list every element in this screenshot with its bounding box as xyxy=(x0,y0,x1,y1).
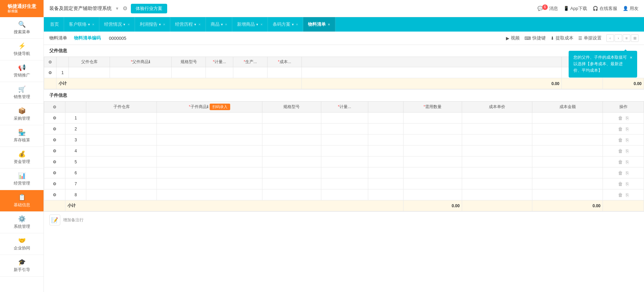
child-row-unit-price[interactable] xyxy=(462,135,532,145)
child-row-unit[interactable] xyxy=(321,135,368,145)
copy-icon[interactable]: ⎘ xyxy=(626,126,629,132)
nav-close-button[interactable]: ⊞ xyxy=(631,34,639,42)
sidebar-item-finance[interactable]: 💰 资金管理 xyxy=(0,147,44,168)
sidebar-item-inventory[interactable]: 🏪 库存核算 xyxy=(0,125,44,147)
sidebar-item-quick-nav[interactable]: ⚡ 快捷导航 xyxy=(0,39,44,60)
delete-icon[interactable]: 🗑 xyxy=(618,137,623,143)
sidebar-item-guide[interactable]: 🎓 新手引导 xyxy=(0,255,44,277)
tab-close-icon[interactable]: × xyxy=(92,22,94,26)
parent-row-unit[interactable] xyxy=(206,67,233,78)
tab-close-icon[interactable]: × xyxy=(163,22,165,26)
parent-row-cost[interactable] xyxy=(268,67,302,78)
tab-customer[interactable]: 客户联络 ▾ × xyxy=(64,17,99,32)
single-settings-button[interactable]: ☰ 单据设置 xyxy=(578,35,602,41)
parent-row-spec[interactable] xyxy=(172,67,206,78)
child-row-unit-price[interactable] xyxy=(462,156,532,167)
tab-close-icon[interactable]: × xyxy=(260,22,262,26)
child-row-qty[interactable] xyxy=(403,167,462,178)
tab-new-product[interactable]: 新增商品 ▾ × xyxy=(232,17,268,32)
user-button[interactable]: 👤 用友 xyxy=(623,5,639,12)
copy-icon[interactable]: ⎘ xyxy=(626,137,629,143)
breadcrumb-bom[interactable]: 物料清单 xyxy=(49,35,67,41)
child-row-spec[interactable] xyxy=(262,145,321,156)
system-dropdown-icon[interactable]: ▼ xyxy=(115,6,119,11)
hotkey-button[interactable]: ⌨ 快捷键 xyxy=(524,35,546,41)
child-row-product[interactable] xyxy=(157,167,262,178)
child-row-unit[interactable] xyxy=(321,156,368,167)
sidebar-item-basic-info[interactable]: 📋 基础信息 xyxy=(0,190,44,212)
copy-icon[interactable]: ⎘ xyxy=(626,148,629,154)
video-button[interactable]: ▶ 视频 xyxy=(506,35,520,41)
parent-row-produce[interactable] xyxy=(233,67,268,78)
child-row-spec[interactable] xyxy=(262,124,321,135)
child-row-product[interactable] xyxy=(157,135,262,145)
child-row-spec[interactable] xyxy=(262,167,321,178)
tab-profit[interactable]: 利润报告 ▾ × xyxy=(135,17,170,32)
settings-icon[interactable]: ⚙ xyxy=(123,5,127,12)
nav-next-button[interactable]: › xyxy=(615,34,622,42)
child-row-product[interactable] xyxy=(157,189,262,200)
tab-bom[interactable]: 物料清单 × xyxy=(303,17,335,32)
child-row-qty[interactable] xyxy=(403,124,462,135)
child-row-qty[interactable] xyxy=(403,145,462,156)
child-row-unit[interactable] xyxy=(321,113,368,124)
delete-icon[interactable]: 🗑 xyxy=(618,159,623,165)
child-row-unit[interactable] xyxy=(321,189,368,200)
delete-icon[interactable]: 🗑 xyxy=(618,126,623,132)
child-row-qty[interactable] xyxy=(403,189,462,200)
tooltip-close-icon[interactable]: × xyxy=(630,54,632,61)
delete-icon[interactable]: 🗑 xyxy=(618,192,623,198)
child-row-warehouse[interactable] xyxy=(86,178,157,189)
nav-menu-button[interactable]: ≡ xyxy=(623,34,630,42)
message-button[interactable]: 💬 6 消息 xyxy=(537,5,558,12)
child-row-product[interactable] xyxy=(157,178,262,189)
child-row-product[interactable] xyxy=(157,113,262,124)
sidebar-item-marketing[interactable]: 📢 营销推广 xyxy=(0,60,44,82)
app-download-button[interactable]: 📱 App下载 xyxy=(564,5,587,12)
delete-icon[interactable]: 🗑 xyxy=(618,181,623,187)
child-row-warehouse[interactable] xyxy=(86,189,157,200)
delete-icon[interactable]: 🗑 xyxy=(618,148,623,154)
child-row-unit-price[interactable] xyxy=(462,124,532,135)
online-service-button[interactable]: 🎧 在线客服 xyxy=(593,5,617,12)
tab-operations[interactable]: 经营情况 ▾ × xyxy=(99,17,135,32)
child-row-unit-price[interactable] xyxy=(462,167,532,178)
scan-button[interactable]: 扫码录入 xyxy=(210,104,230,110)
child-row-unit[interactable] xyxy=(321,178,368,189)
copy-icon[interactable]: ⎘ xyxy=(626,170,629,176)
child-row-warehouse[interactable] xyxy=(86,167,157,178)
copy-icon[interactable]: ⎘ xyxy=(626,192,629,198)
child-row-unit-price[interactable] xyxy=(462,189,532,200)
tab-ops-flow[interactable]: 经营历程 ▾ × xyxy=(170,17,206,32)
child-row-unit[interactable] xyxy=(321,145,368,156)
child-row-qty[interactable] xyxy=(403,113,462,124)
tab-close-icon[interactable]: × xyxy=(328,22,330,26)
parent-row-warehouse[interactable] xyxy=(69,67,110,78)
copy-icon[interactable]: ⎘ xyxy=(626,181,629,187)
child-row-unit-price[interactable] xyxy=(462,113,532,124)
child-row-unit-price[interactable] xyxy=(462,178,532,189)
tab-product[interactable]: 商品 ▾ × xyxy=(206,17,232,32)
child-row-warehouse[interactable] xyxy=(86,135,157,145)
child-row-qty[interactable] xyxy=(403,135,462,145)
sidebar-item-operations[interactable]: 📊 经营管理 xyxy=(0,168,44,190)
sidebar-item-system[interactable]: ⚙️ 系统管理 xyxy=(0,212,44,233)
tab-close-icon[interactable]: × xyxy=(198,22,200,26)
copy-icon[interactable]: ⎘ xyxy=(626,159,629,165)
sidebar-item-sales[interactable]: 🛒 销售管理 xyxy=(0,82,44,104)
child-row-warehouse[interactable] xyxy=(86,156,157,167)
nav-prev-button[interactable]: ‹ xyxy=(606,34,614,42)
tab-home[interactable]: 首页 xyxy=(45,17,64,32)
child-row-warehouse[interactable] xyxy=(86,113,157,124)
child-row-qty[interactable] xyxy=(403,156,462,167)
child-row-unit[interactable] xyxy=(321,167,368,178)
copy-icon[interactable]: ⎘ xyxy=(626,115,629,121)
tab-close-icon[interactable]: × xyxy=(296,22,298,26)
child-row-unit[interactable] xyxy=(321,124,368,135)
tab-barcode[interactable]: 条码方案 ▾ × xyxy=(268,17,303,32)
child-row-product[interactable] xyxy=(157,156,262,167)
child-row-spec[interactable] xyxy=(262,156,321,167)
sidebar-item-purchase[interactable]: 📦 采购管理 xyxy=(0,104,44,125)
add-note-button[interactable]: 📝 xyxy=(49,214,60,225)
child-row-product[interactable] xyxy=(157,124,262,135)
